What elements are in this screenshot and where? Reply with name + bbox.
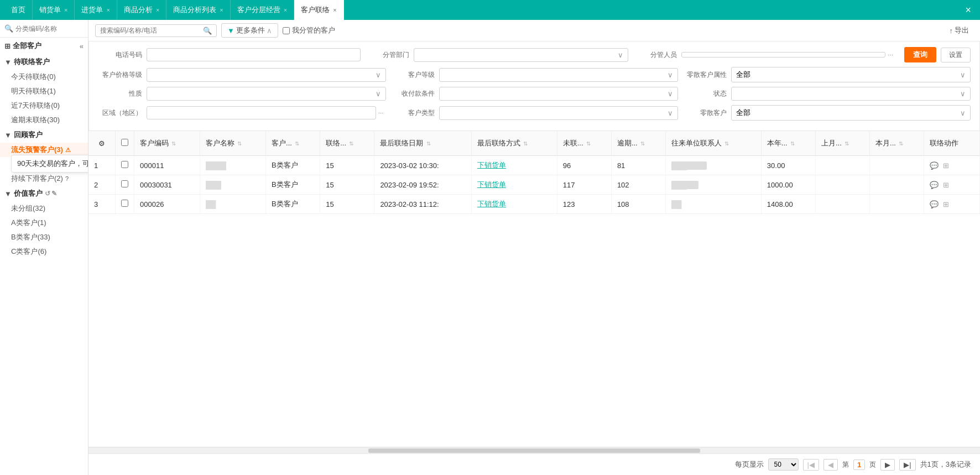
sidebar-item-classC[interactable]: C类客户(6) (0, 244, 88, 259)
row-check[interactable] (116, 175, 134, 195)
refresh-icon[interactable]: ↺ (45, 190, 50, 197)
gear-icon[interactable]: ⚙ (94, 135, 110, 151)
tab-analysis[interactable]: 商品分析 × (117, 0, 166, 20)
sidebar-item-classA[interactable]: A类客户(1) (0, 216, 88, 230)
row-check[interactable] (116, 156, 134, 175)
nature-chevron: ∨ (376, 90, 381, 98)
last-way-sort-icon: ⇅ (523, 140, 528, 147)
tab-customer-tier[interactable]: 客户分层经营 × (231, 0, 294, 20)
page-size-select[interactable]: 50 100 200 (768, 458, 799, 471)
filter-region-more[interactable]: ··· (376, 109, 386, 117)
action-chat-icon[interactable]: 💬 (930, 181, 939, 189)
row-last-way[interactable]: 下销货单 (471, 175, 557, 195)
filter-dept-select[interactable]: ∨ (414, 48, 628, 62)
action-menu-icon[interactable]: ⊞ (943, 181, 949, 189)
my-customers-filter[interactable]: 我分管的客户 (283, 25, 335, 35)
col-last-month[interactable]: 上月... ⇅ (815, 131, 869, 156)
tab-analysis-list[interactable]: 商品分析列表 × (166, 0, 230, 20)
filter-zero-attr-select[interactable]: 全部 ∨ (731, 67, 971, 82)
close-analysis-tab[interactable]: × (156, 7, 159, 13)
tab-purchase[interactable]: 进货单 × (75, 0, 117, 20)
sidebar-item-dropping[interactable]: 持续下滑客户(2) ? (0, 171, 88, 186)
col-contact[interactable]: 联络... ⇅ (320, 131, 374, 156)
col-code[interactable]: 客户编码 ⇅ (134, 131, 200, 156)
filter-person-more[interactable]: ··· (885, 51, 895, 59)
row-last-month (815, 156, 869, 175)
row-checkbox-0[interactable] (121, 161, 128, 168)
filter-zero-cust-select[interactable]: 全部 ∨ (731, 105, 971, 121)
app-close-button[interactable]: × (961, 4, 976, 16)
next-page-btn[interactable]: ▶ (880, 459, 895, 471)
sidebar-item-classB[interactable]: B类客户(33) (0, 230, 88, 244)
col-name[interactable]: 客户名称 ⇅ (200, 131, 266, 156)
action-chat-icon[interactable]: 💬 (930, 200, 939, 208)
tab-sales[interactable]: 销货单 × (33, 0, 75, 20)
close-customer-tier-tab[interactable]: × (284, 7, 287, 13)
sidebar-item-week[interactable]: 近7天待联络(0) (0, 98, 88, 113)
filter-zero-attr-label: 零散客户属性 (682, 70, 727, 80)
filter-region-input[interactable] (147, 106, 376, 119)
sidebar-search-input[interactable] (15, 25, 88, 33)
filter-nature-select[interactable]: ∨ (147, 87, 386, 101)
col-last-way[interactable]: 最后联络方式 ⇅ (471, 131, 557, 156)
col-this-month[interactable]: 本月... ⇅ (870, 131, 924, 156)
filter-person-select[interactable] (681, 52, 885, 58)
filter-phone-input[interactable] (147, 48, 361, 61)
action-chat-icon[interactable]: 💬 (930, 161, 939, 170)
close-customer-link-tab[interactable]: × (333, 7, 336, 13)
col-checkbox[interactable] (116, 131, 134, 156)
col-last-date[interactable]: 最后联络日期 ⇅ (374, 131, 471, 156)
sidebar-item-tomorrow[interactable]: 明天待联络(1) (0, 84, 88, 98)
filter-price-level-select[interactable]: ∨ (147, 68, 386, 82)
more-filter-btn[interactable]: ▼ 更多条件 ∧ (221, 23, 278, 38)
query-button[interactable]: 查询 (904, 47, 936, 62)
row-code: 000026 (134, 195, 200, 214)
tab-home[interactable]: 首页 (4, 0, 33, 20)
filter-payment-select[interactable]: ∨ (439, 87, 679, 101)
action-menu-icon[interactable]: ⊞ (943, 161, 949, 170)
sidebar-all-customers[interactable]: ⊞ 全部客户 « (0, 38, 88, 54)
search-input[interactable] (100, 27, 201, 34)
tab-customer-link[interactable]: 客户联络 × (294, 0, 343, 20)
scrollbar-thumb[interactable] (368, 448, 700, 453)
action-menu-icon[interactable]: ⊞ (943, 200, 949, 208)
sidebar-item-unsorted[interactable]: 未分组(32) (0, 201, 88, 216)
prev-page-btn[interactable]: ◀ (823, 459, 838, 471)
edit-icon[interactable]: ✎ (51, 190, 57, 197)
sidebar-group-lost[interactable]: ▼ 回顾客户 (0, 127, 88, 143)
sidebar-group-pending[interactable]: ▼ 待联络客户 (0, 54, 88, 70)
row-last-way[interactable]: 下销货单 (471, 195, 557, 214)
col-settings[interactable]: ⚙ (88, 131, 116, 156)
sidebar-item-today[interactable]: 今天待联络(0) (0, 70, 88, 84)
col-no-contact[interactable]: 未联... ⇅ (557, 131, 611, 156)
sidebar-item-overdue[interactable]: 逾期未联络(30) (0, 113, 88, 127)
col-overdue[interactable]: 逾期... ⇅ (611, 131, 665, 156)
settings-button[interactable]: 设置 (941, 48, 971, 62)
filter-cust-level-select[interactable]: ∨ (439, 68, 679, 82)
row-level: B类客户 (266, 175, 320, 195)
close-sales-tab[interactable]: × (64, 7, 67, 13)
first-page-btn[interactable]: |◀ (803, 459, 819, 471)
col-this-year[interactable]: 本年... ⇅ (761, 131, 815, 156)
filter-cust-type-select[interactable]: ∨ (439, 106, 679, 120)
col-unit-contact[interactable]: 往来单位联系人 ⇅ (666, 131, 762, 156)
row-checkbox-2[interactable] (121, 200, 128, 207)
export-button[interactable]: ↑ 导出 (945, 24, 974, 37)
my-customers-checkbox[interactable] (283, 27, 290, 34)
filter-person: 分管人员 ··· (633, 50, 895, 60)
sidebar-group-value[interactable]: ▼ 价值客户 ↺ ✎ (0, 186, 88, 201)
last-page-btn[interactable]: ▶| (899, 459, 915, 471)
filter-status-select[interactable]: ∨ (731, 87, 971, 101)
last-way-link[interactable]: 下销货单 (477, 161, 506, 169)
last-way-link[interactable]: 下销货单 (477, 180, 506, 189)
search-btn-icon[interactable]: 🔍 (203, 27, 212, 35)
close-analysis-list-tab[interactable]: × (220, 7, 223, 13)
row-checkbox-1[interactable] (121, 180, 128, 187)
horizontal-scrollbar[interactable] (88, 447, 980, 453)
last-way-link[interactable]: 下销货单 (477, 200, 506, 208)
close-purchase-tab[interactable]: × (106, 7, 110, 13)
col-level[interactable]: 客户... ⇅ (266, 131, 320, 156)
select-all-checkbox[interactable] (121, 139, 128, 146)
row-check[interactable] (116, 195, 134, 214)
row-last-way[interactable]: 下销货单 (471, 156, 557, 175)
